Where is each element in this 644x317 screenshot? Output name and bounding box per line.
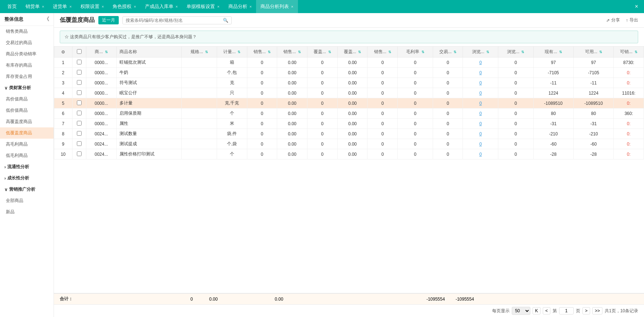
- first-page-button[interactable]: K: [533, 307, 541, 314]
- sidebar-item-sales-goods[interactable]: 销售类商品: [0, 26, 54, 37]
- nav-products-in[interactable]: 产成品入库单 ×: [141, 0, 182, 13]
- close-all-button[interactable]: ×: [632, 2, 641, 11]
- th-current[interactable]: 现有... ⇅: [533, 47, 573, 58]
- nav-sales[interactable]: 销货单 ×: [21, 0, 48, 13]
- export-button[interactable]: ↑ 导出: [626, 17, 638, 23]
- nav-home[interactable]: 首页: [3, 0, 21, 13]
- th-checkbox[interactable]: [72, 47, 86, 58]
- next-page-button[interactable]: >: [582, 307, 590, 314]
- row-checkbox[interactable]: [77, 111, 82, 115]
- sidebar-item-new-goods[interactable]: 新品: [0, 206, 54, 218]
- nav-templates[interactable]: 单据模板设置 ×: [182, 0, 224, 13]
- per-page-select[interactable]: 50 10 20 100: [512, 307, 530, 315]
- nav-analytics[interactable]: 商品分析 ×: [224, 0, 256, 13]
- browse-link[interactable]: 0: [479, 91, 482, 96]
- nav-analytics-list[interactable]: 商品分析列表 ×: [256, 0, 298, 13]
- th-settings[interactable]: ⚙: [54, 47, 72, 58]
- browse-link[interactable]: 0: [479, 60, 482, 65]
- browse-link[interactable]: 0: [479, 152, 482, 157]
- th-cov2[interactable]: 覆盖... ⇅: [337, 47, 368, 58]
- cell-browse1[interactable]: 0: [463, 68, 498, 78]
- time-filter-button[interactable]: 近一月: [98, 16, 119, 24]
- cell-browse1[interactable]: 0: [463, 119, 498, 129]
- cell-checkbox[interactable]: [72, 139, 86, 149]
- cell-checkbox[interactable]: [72, 88, 86, 98]
- sidebar-section-marketing[interactable]: ∨ 营销推广分析: [0, 184, 54, 195]
- sidebar-item-category-rate[interactable]: 商品分类动销率: [0, 48, 54, 60]
- sidebar-item-high-profit[interactable]: 高毛利商品: [0, 139, 54, 150]
- cell-checkbox[interactable]: [72, 98, 86, 108]
- browse-link[interactable]: 0: [479, 121, 482, 126]
- close-icon[interactable]: ×: [217, 4, 219, 9]
- row-checkbox[interactable]: [77, 100, 82, 105]
- sidebar-section-circulation[interactable]: › 流通性分析: [0, 161, 54, 173]
- th-saleable[interactable]: 可销... ⇅: [614, 47, 644, 58]
- sidebar-item-high-value[interactable]: 高价值商品: [0, 94, 54, 105]
- th-browse1[interactable]: 浏览... ⇅: [463, 47, 498, 58]
- th-unit[interactable]: 计量... ⇅: [217, 47, 247, 58]
- row-checkbox[interactable]: [77, 80, 82, 85]
- row-checkbox[interactable]: [77, 151, 82, 156]
- cell-browse1[interactable]: 0: [463, 129, 498, 139]
- cell-checkbox[interactable]: [72, 129, 86, 139]
- row-checkbox[interactable]: [77, 90, 82, 95]
- close-icon[interactable]: ×: [42, 4, 44, 9]
- sidebar-item-in-stock[interactable]: 有库存的商品: [0, 60, 54, 71]
- close-icon[interactable]: ×: [250, 4, 252, 9]
- browse-link[interactable]: 0: [479, 101, 482, 106]
- th-sales1[interactable]: 销售... ⇅: [247, 47, 277, 58]
- row-checkbox[interactable]: [77, 60, 82, 64]
- browse-link[interactable]: 0: [479, 131, 482, 136]
- nav-purchase[interactable]: 进货单 ×: [48, 0, 76, 13]
- close-icon[interactable]: ×: [69, 4, 71, 9]
- th-browse2[interactable]: 浏览... ⇅: [498, 47, 533, 58]
- th-name[interactable]: 商品名称: [116, 47, 181, 58]
- page-number-input[interactable]: [559, 307, 574, 314]
- sidebar-section-growth[interactable]: › 成长性分析: [0, 173, 54, 184]
- cell-browse1[interactable]: 0: [463, 139, 498, 149]
- sidebar-item-low-coverage[interactable]: 低覆盖度商品: [0, 127, 54, 139]
- cell-checkbox[interactable]: [72, 78, 86, 88]
- close-icon[interactable]: ×: [134, 4, 136, 9]
- sidebar-item-high-coverage[interactable]: 高覆盖度商品: [0, 116, 54, 127]
- close-icon[interactable]: ×: [176, 4, 178, 9]
- cell-browse1[interactable]: 0: [463, 98, 498, 108]
- th-sales3[interactable]: 销售... ⇅: [368, 47, 398, 58]
- prev-page-button[interactable]: <: [543, 307, 550, 314]
- share-button[interactable]: ⇗ 分享: [606, 17, 620, 23]
- cell-checkbox[interactable]: [72, 119, 86, 129]
- sidebar-item-low-value[interactable]: 低价值商品: [0, 105, 54, 116]
- browse-link[interactable]: 0: [479, 70, 482, 75]
- sidebar-item-low-profit[interactable]: 低毛利商品: [0, 150, 54, 161]
- nav-permissions[interactable]: 权限设置 ×: [76, 0, 108, 13]
- th-spec[interactable]: 规格... ⇅: [182, 47, 217, 58]
- nav-roles[interactable]: 角色授权 ×: [108, 0, 140, 13]
- cell-checkbox[interactable]: [72, 58, 86, 68]
- search-input[interactable]: [126, 18, 221, 23]
- close-icon[interactable]: ×: [102, 4, 104, 9]
- browse-link[interactable]: 0: [479, 142, 482, 147]
- row-checkbox[interactable]: [77, 131, 82, 136]
- row-checkbox[interactable]: [77, 70, 82, 75]
- search-box[interactable]: 🔍: [122, 16, 232, 24]
- settings-icon[interactable]: ⚙: [61, 49, 65, 55]
- cell-browse1[interactable]: 0: [463, 149, 498, 159]
- cell-browse1[interactable]: 0: [463, 58, 498, 68]
- cell-browse1[interactable]: 0: [463, 108, 498, 119]
- close-icon[interactable]: ×: [291, 4, 293, 9]
- row-checkbox[interactable]: [77, 141, 82, 146]
- sidebar-item-stock-capital[interactable]: 库存资金占用: [0, 71, 54, 82]
- cell-checkbox[interactable]: [72, 108, 86, 119]
- browse-link[interactable]: 0: [479, 111, 482, 116]
- last-page-button[interactable]: >>: [592, 307, 602, 314]
- browse-link[interactable]: 0: [479, 80, 482, 86]
- th-cov1[interactable]: 覆盖... ⇅: [307, 47, 337, 58]
- th-trade[interactable]: 交易... ⇅: [433, 47, 463, 58]
- cell-checkbox[interactable]: [72, 68, 86, 78]
- th-code[interactable]: 商... ⇅: [86, 47, 117, 58]
- sidebar-item-traded-goods[interactable]: 交易过的商品: [0, 37, 54, 48]
- th-available[interactable]: 可用... ⇅: [573, 47, 613, 58]
- collapse-button[interactable]: 《: [44, 16, 49, 23]
- cell-browse1[interactable]: 0: [463, 88, 498, 98]
- sidebar-item-all-goods[interactable]: 全部商品: [0, 195, 54, 206]
